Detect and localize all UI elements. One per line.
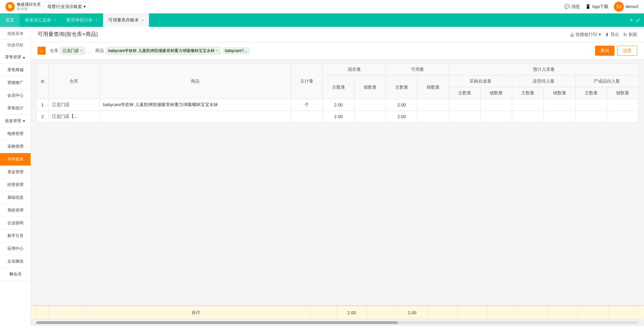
th-purchase-transit: 采购在途量 <box>449 76 512 87</box>
warehouse-label: 仓库 <box>50 48 58 54</box>
maximize-icon[interactable]: ⤢ <box>636 17 640 24</box>
sidebar-item-member-center[interactable]: 会员中心 <box>0 89 31 102</box>
th-avail-main: 主数量 <box>386 76 417 99</box>
settings-button[interactable]: 设置 <box>617 46 637 56</box>
product-tag-1-remove[interactable]: × <box>216 48 218 53</box>
table-row: 2 江北门店【... 2.00 2.00 <box>37 111 639 123</box>
warehouse-tag[interactable]: 江北门店 × <box>60 47 85 55</box>
row-pt-main <box>449 99 481 111</box>
row-stock-aux <box>354 99 386 111</box>
refresh-button[interactable]: ↻ 刷新 <box>623 32 637 38</box>
app-download-button[interactable]: 📱 App下载 <box>585 4 608 10</box>
th-warehouse: 仓库 <box>49 64 100 99</box>
row-pt-main <box>449 111 481 123</box>
th-stock-aux: 辅数量 <box>354 76 386 99</box>
filter-actions: 查询 设置 <box>595 46 637 56</box>
tab-receivable-close[interactable]: × <box>54 18 56 22</box>
sidebar-item-retail-stats[interactable]: 零售统计 <box>0 102 31 115</box>
th-pt-main: 主数量 <box>449 87 481 99</box>
summary-avail-main: 2.00 <box>397 306 427 319</box>
industry-selector[interactable]: 母婴行业演示账套 ▾ <box>44 2 90 11</box>
sidebar-item-wholesale[interactable]: 批发管理 ▼ <box>0 115 31 128</box>
close-all-icon[interactable]: × <box>630 17 633 23</box>
chevron-down-icon-print: ▾ <box>599 32 601 37</box>
tab-receivable-summary[interactable]: 收发存汇总表 × <box>19 13 61 27</box>
data-table: ⚙ 仓库 商品 主计量 现存量 可用量 预计入库量 主数量 辅数量 主数量 辅数… <box>36 63 639 123</box>
row-prp-main <box>575 111 607 123</box>
template-print-button[interactable]: 🖨 按模板打印 ▾ <box>570 32 601 38</box>
sidebar-item-purchase[interactable]: 采购管理 <box>0 140 31 153</box>
row-prp-aux <box>607 111 638 123</box>
warehouse-tag-remove[interactable]: × <box>80 48 83 53</box>
sidebar-item-retail-management[interactable]: 零售管理 ▲ <box>0 51 31 64</box>
filter-expand-button[interactable]: » <box>38 47 46 55</box>
query-button[interactable]: 查询 <box>595 46 614 56</box>
top-bar: 畅 畅捷通好生意 标准版 母婴行业演示账套 ▾ 💬 消息 📱 App下载 Ea … <box>0 0 644 13</box>
tab-available-stock[interactable]: 可用量库存账本 × <box>103 13 149 27</box>
tab-order-stats[interactable]: 要货单统计表 × <box>61 13 103 27</box>
sidebar-item-system[interactable]: 系统管理 <box>0 204 31 217</box>
th-settings[interactable]: ⚙ <box>37 64 49 99</box>
summary-stock-main: 2.00 <box>337 306 367 319</box>
warehouse-more[interactable]: … <box>87 48 91 53</box>
sidebar-item-retail-mall[interactable]: 零售商城 <box>0 64 31 77</box>
sidebar-search[interactable]: 搜索菜单 <box>0 27 31 40</box>
table-container: ⚙ 仓库 商品 主计量 现存量 可用量 预计入库量 主数量 辅数量 主数量 辅数… <box>31 59 644 305</box>
sidebar-item-ecommerce[interactable]: 电商管理 <box>0 128 31 140</box>
sidebar-item-apps[interactable]: 应用中心 <box>0 242 31 255</box>
row-unit: 个 <box>291 99 323 111</box>
row-avail-main: 2.00 <box>386 111 417 123</box>
sidebar-item-enterprise[interactable]: 企业协同 <box>0 217 31 230</box>
sidebar-quick-nav[interactable]: 快捷导航 <box>0 40 31 51</box>
row-stock-aux <box>354 111 386 123</box>
scrollbar-area <box>31 319 644 326</box>
message-button[interactable]: 💬 消息 <box>565 4 580 10</box>
page-header: 可用量查询(按仓库+商品) 🖨 按模板打印 ▾ ⬆ 导出 ↻ 刷新 <box>31 27 644 42</box>
sidebar-item-finance[interactable]: 资金管理 <box>0 166 31 179</box>
product-filter: 商品 babycare学饮杯 儿童防摔防撞吸管杯重力球吸嘴杯宝宝水杯 × bab… <box>95 47 250 55</box>
export-button[interactable]: ⬆ 导出 <box>605 32 619 38</box>
table-row: 1 江北门店 babycare学饮杯 儿童防摔防撞吸管杯重力球吸嘴杯宝宝水杯 个… <box>37 99 639 111</box>
row-pp-main <box>512 111 544 123</box>
tab-available-close[interactable]: × <box>142 18 144 22</box>
row-stock-main: 2.00 <box>323 99 354 111</box>
product-tag-1[interactable]: babycare学饮杯 儿童防摔防撞吸管杯重力球吸嘴杯宝宝水杯 × <box>106 47 221 55</box>
row-stock-main: 2.00 <box>323 111 354 123</box>
sidebar-item-marketing[interactable]: 营销推广 <box>0 77 31 89</box>
row-avail-main: 2.00 <box>386 99 417 111</box>
tab-order-close[interactable]: × <box>95 18 97 22</box>
th-purchase-pending: 进货待入量 <box>512 76 575 87</box>
th-unit: 主计量 <box>291 64 323 99</box>
sidebar: 搜索菜单 快捷导航 零售管理 ▲ 零售商城 营销推广 会员中心 零售统计 批发管… <box>0 27 31 326</box>
nav-tabs: 首页 收发存汇总表 × 要货单统计表 × 可用量库存账本 × × ⤢ <box>0 13 644 27</box>
scrollbar-thumb[interactable] <box>36 321 398 324</box>
filter-bar: » 仓库 江北门店 × … 商品 babycare学饮杯 儿童防摔防撞吸管杯重力… <box>31 42 644 59</box>
sidebar-item-wechat[interactable]: 企业微信 <box>0 255 31 268</box>
chevron-down-icon: ▾ <box>84 4 86 9</box>
sidebar-item-member[interactable]: 畅会员 <box>0 268 31 281</box>
sidebar-item-inventory[interactable]: 库存核算 <box>0 153 31 166</box>
row-pt-aux <box>481 99 512 111</box>
chevron-icon: ▲ <box>22 55 26 59</box>
sidebar-item-basic-info[interactable]: 基础信息 <box>0 191 31 204</box>
row-product: babycare学饮杯 儿童防摔防撞吸管杯重力球吸嘴杯宝宝水杯 <box>99 99 291 111</box>
sidebar-item-guide[interactable]: 新手引导 <box>0 230 31 242</box>
refresh-icon: ↻ <box>623 32 627 37</box>
content-panel: 可用量查询(按仓库+商品) 🖨 按模板打印 ▾ ⬆ 导出 ↻ 刷新 » <box>31 27 644 326</box>
tab-home[interactable]: 首页 <box>0 13 19 27</box>
th-avail-aux: 辅数量 <box>417 76 449 99</box>
user-menu[interactable]: Ea demo2 <box>614 2 639 12</box>
summary-row: 合计 2.00 2.00 <box>31 305 644 319</box>
th-forecast: 预计入库量 <box>449 64 639 76</box>
chevron-icon-2: ▼ <box>22 119 26 123</box>
sidebar-item-operations[interactable]: 经营管理 <box>0 179 31 191</box>
page-actions: 🖨 按模板打印 ▾ ⬆ 导出 ↻ 刷新 <box>570 32 637 38</box>
th-pt-aux: 辅数量 <box>481 87 512 99</box>
summary-label: 合计 <box>82 306 310 319</box>
brand-logo: 畅 畅捷通好生意 标准版 <box>5 2 41 11</box>
brand-icon: 畅 <box>5 2 15 11</box>
summary-table: 合计 2.00 2.00 <box>36 306 639 319</box>
top-bar-right: 💬 消息 📱 App下载 Ea demo2 <box>565 2 639 12</box>
tab-home-label: 首页 <box>5 17 14 23</box>
product-tag-2[interactable]: babycare?... <box>223 47 250 54</box>
